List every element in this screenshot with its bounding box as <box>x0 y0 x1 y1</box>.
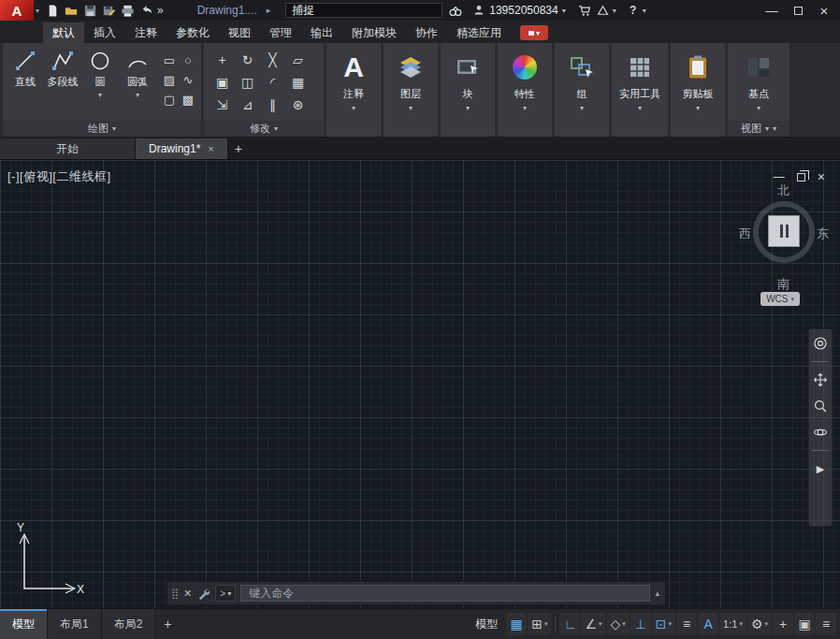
fillet-tool-icon[interactable]: ◜ <box>270 75 275 90</box>
command-input[interactable]: 键入命令 <box>240 585 650 602</box>
tab-manage[interactable]: 管理 <box>260 22 301 43</box>
viewcube[interactable]: 北 西 东 南 <box>737 186 831 291</box>
tab-addins[interactable]: 附加模块 <box>342 22 406 43</box>
status-annotation-visibility-toggle[interactable]: A <box>698 613 718 635</box>
annotate-button[interactable]: A 注释 ▾ <box>326 43 381 137</box>
qat-more-button[interactable]: » <box>157 4 164 17</box>
pan-icon[interactable] <box>812 371 829 388</box>
undo-button[interactable] <box>137 1 155 20</box>
open-file-button[interactable] <box>62 1 80 20</box>
tab-featured-apps[interactable]: 精选应用 <box>447 22 511 43</box>
circle-tool[interactable]: 圆 ▾ <box>81 49 119 99</box>
viewport-close-button[interactable]: × <box>818 169 825 184</box>
boundary-tool-icon[interactable]: ▢ <box>164 93 175 107</box>
store-button[interactable] <box>575 1 594 20</box>
help-button[interactable]: ? <box>624 1 643 20</box>
hatch-tool-icon[interactable]: ▨ <box>164 73 175 87</box>
tab-parametric[interactable]: 参数化 <box>167 22 219 43</box>
viewcube-east[interactable]: 东 <box>817 225 829 242</box>
tab-default[interactable]: 默认 <box>43 22 84 43</box>
command-close-icon[interactable]: ✕ <box>183 588 192 600</box>
command-line[interactable]: ⣿ ✕ > ▾ 键入命令 ▴ <box>167 581 666 605</box>
arc-tool[interactable]: 圆弧 ▾ <box>119 49 156 99</box>
command-history-chevron-icon[interactable]: ▴ <box>655 588 661 598</box>
viewcube-north[interactable]: 北 <box>777 182 789 199</box>
line-tool[interactable]: 直线 <box>7 49 44 99</box>
file-tab-start[interactable]: 开始 <box>0 138 136 159</box>
rotate-tool-icon[interactable]: ↻ <box>242 52 253 67</box>
apps-button[interactable] <box>594 1 613 20</box>
status-annotation-scale[interactable]: 1:1 ▾ <box>719 613 746 635</box>
erase-tool-icon[interactable]: ▱ <box>293 52 303 67</box>
ribbon-collapse-icon[interactable]: ▾ <box>773 124 776 133</box>
save-as-button[interactable] <box>99 1 118 20</box>
draw-panel-footer[interactable]: 绘图 ▾ <box>3 121 201 137</box>
red-dropdown-button[interactable]: ▾ <box>520 25 548 40</box>
group-button[interactable]: 组 ▾ <box>555 43 609 137</box>
properties-button[interactable]: 特性 ▾ <box>498 43 552 137</box>
gradient-tool-icon[interactable]: ▩ <box>182 93 194 107</box>
app-menu-chevron-icon[interactable]: ▾ <box>36 7 39 15</box>
minimize-button[interactable]: — <box>765 4 778 17</box>
scale-tool-icon[interactable]: ⊿ <box>242 97 253 112</box>
status-snap-toggle[interactable]: ⊞ ▾ <box>528 613 551 635</box>
array-tool-icon[interactable]: ▦ <box>292 75 304 90</box>
explode-tool-icon[interactable]: ⊛ <box>293 97 304 112</box>
layers-button[interactable]: 图层 ▾ <box>384 43 438 137</box>
status-lineweight-toggle[interactable]: ≡ <box>676 613 697 635</box>
copy-tool-icon[interactable]: ▣ <box>216 75 228 90</box>
drawing-canvas[interactable]: [-][俯视][二维线框] — × 北 西 东 南 WCS ▾ <box>0 159 840 608</box>
modify-panel-footer[interactable]: 修改 ▾ <box>204 121 324 137</box>
basepoint-button[interactable]: 基点 ▾ <box>728 43 789 121</box>
tab-output[interactable]: 输出 <box>301 22 342 43</box>
apps-chevron-icon[interactable]: ▾ <box>613 7 616 15</box>
orbit-icon[interactable] <box>812 424 829 441</box>
recent-commands-button[interactable]: > ▾ <box>215 585 236 602</box>
viewcube-west[interactable]: 西 <box>739 225 751 242</box>
status-ortho-toggle[interactable]: ∟ <box>559 613 580 635</box>
search-input[interactable] <box>285 3 442 18</box>
status-polar-toggle[interactable]: ∠ ▾ <box>581 613 605 635</box>
ellipse-tool-icon[interactable]: ○ <box>184 53 192 67</box>
status-workspace-switcher[interactable]: ⚙ ▾ <box>747 613 772 635</box>
layout-tab-model[interactable]: 模型 <box>0 609 48 639</box>
trim-tool-icon[interactable]: ╳ <box>268 52 276 67</box>
new-file-button[interactable] <box>43 1 62 20</box>
status-annotation-monitor-toggle[interactable]: + <box>773 613 793 635</box>
account-menu[interactable]: 13952050834 ▾ <box>472 4 565 17</box>
tab-insert[interactable]: 插入 <box>84 22 125 43</box>
polyline-tool[interactable]: 多段线 <box>44 49 81 99</box>
revision-cloud-tool-icon[interactable]: ∿ <box>183 73 194 87</box>
app-logo[interactable]: A <box>0 0 34 21</box>
showmotion-icon[interactable]: ▶ <box>812 460 829 477</box>
clipboard-button[interactable]: 剪贴板 ▾ <box>671 43 725 137</box>
viewport-controls[interactable]: [-][俯视][二维线框] <box>7 168 111 185</box>
status-customize-button[interactable]: ≡ <box>816 613 836 635</box>
viewport-minimize-button[interactable]: — <box>774 170 785 183</box>
tab-collaborate[interactable]: 协作 <box>406 22 447 43</box>
command-grip-handle[interactable]: ⣿ <box>171 588 179 600</box>
status-isodraft-toggle[interactable]: ◇ ▾ <box>607 613 630 635</box>
status-model-label[interactable]: 模型 <box>468 617 505 632</box>
utilities-button[interactable]: 实用工具 ▾ <box>612 43 668 137</box>
offset-tool-icon[interactable]: ∥ <box>269 97 276 112</box>
view-panel-footer[interactable]: 视图 ▾ ▾ <box>728 121 789 137</box>
save-button[interactable] <box>80 1 99 20</box>
mirror-tool-icon[interactable]: ◫ <box>241 75 253 90</box>
close-button[interactable]: × <box>818 4 831 17</box>
status-grid-toggle[interactable]: ▦ <box>506 613 527 635</box>
viewport-restore-button[interactable] <box>797 173 805 182</box>
rectangle-tool-icon[interactable]: ▭ <box>164 53 175 67</box>
status-osnap-tracking-toggle[interactable]: ⊥ <box>630 613 651 635</box>
command-customize-wrench-icon[interactable] <box>196 587 210 601</box>
viewcube-top-face[interactable] <box>768 215 800 247</box>
drawing1-tab-close-icon[interactable]: × <box>208 143 213 154</box>
layout-tab-layout2[interactable]: 布局2 <box>102 609 156 639</box>
help-chevron-icon[interactable]: ▾ <box>643 7 646 15</box>
move-tool-icon[interactable]: + <box>218 52 225 67</box>
viewcube-south[interactable]: 南 <box>777 276 789 293</box>
tab-annotate[interactable]: 注释 <box>125 22 167 43</box>
new-layout-button[interactable]: + <box>155 609 180 639</box>
wcs-menu[interactable]: WCS ▾ <box>760 292 800 306</box>
plot-button[interactable] <box>118 1 137 20</box>
